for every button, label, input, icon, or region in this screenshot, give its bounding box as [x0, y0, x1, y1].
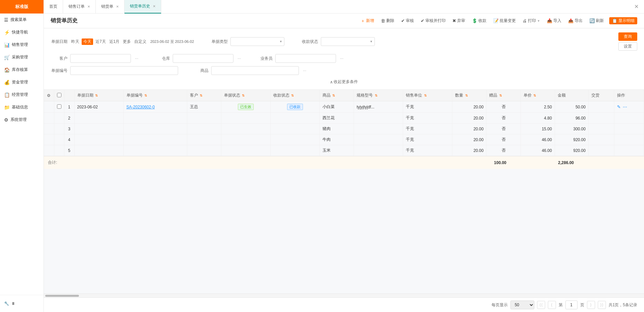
page-number-input[interactable] — [565, 301, 578, 309]
sidebar-item-finance-mgmt[interactable]: 💰 资金管理 — [0, 76, 44, 88]
th-config[interactable]: ⚙ — [44, 90, 54, 101]
th-doc-status[interactable]: 单据状态 ⇅ — [221, 90, 271, 101]
td-customer — [187, 145, 221, 156]
audit-button[interactable]: ✔ 审核 — [400, 17, 415, 24]
refresh-button[interactable]: 🔄 刷新 — [588, 17, 605, 24]
print-button[interactable]: 🖨 打印 ▼ — [521, 17, 541, 24]
add-button[interactable]: ＋ 新增 — [359, 17, 375, 25]
sidebar-item-purchase-mgmt[interactable]: 🛒 采购管理 — [0, 51, 44, 63]
select-all-checkbox[interactable] — [57, 93, 61, 97]
show-detail-button[interactable]: 📋 显示明细 — [609, 17, 637, 24]
th-gift[interactable]: 赠品 ⇅ — [486, 90, 521, 101]
page-last-btn[interactable]: ⟩⟩ — [598, 301, 606, 309]
import-button[interactable]: 📥 导入 — [545, 17, 563, 24]
query-button[interactable]: 查询 — [618, 32, 637, 41]
page-next-btn[interactable]: ⟩ — [587, 301, 595, 309]
date-custom[interactable]: 自定义 — [133, 38, 147, 45]
customer-ellipsis-btn[interactable]: ··· — [134, 56, 140, 61]
date-last7[interactable]: 近7天 — [94, 38, 107, 45]
pagination: 每页显示 50 10 20 100 ⟨⟨ ⟨ 第 页 ⟩ ⟩⟩ 共1页，5条记录 — [44, 297, 644, 312]
export-button[interactable]: 📤 导出 — [567, 17, 584, 24]
sidebar-item-sales-mgmt[interactable]: 📊 销售管理 — [0, 38, 44, 51]
tab-sales-history[interactable]: 销货单历史 ✕ — [124, 0, 161, 14]
sidebar-item-label: 系统管理 — [10, 117, 27, 123]
audit-print-button[interactable]: ✔ 审核并打印 — [419, 17, 447, 24]
data-table: ⚙ 单据日期 ⇅ 单据编号 ⇅ — [44, 90, 644, 156]
customer-input[interactable] — [70, 54, 131, 63]
date-today[interactable]: 今天 — [82, 38, 93, 45]
tab-bar-close-btn[interactable]: ✕ — [629, 3, 644, 10]
set-button[interactable]: 设置 — [618, 42, 637, 51]
sidebar-item-operations-mgmt[interactable]: 📋 经营管理 — [0, 88, 44, 101]
doc-no-link[interactable]: SA-20230602-0 — [127, 105, 155, 109]
audit-icon: ✔ — [401, 18, 405, 23]
tab-close-sales-history[interactable]: ✕ — [153, 4, 156, 8]
edit-action-icon[interactable]: ✎ — [617, 104, 621, 109]
salesperson-input[interactable] — [275, 54, 336, 63]
collect-button[interactable]: 💲 收款 — [471, 17, 488, 24]
td-check — [54, 113, 64, 124]
goods-input[interactable] — [211, 66, 299, 75]
page-prev-btn[interactable]: ⟨ — [548, 301, 556, 309]
table-scroll-area[interactable]: ⚙ 单据日期 ⇅ 单据编号 ⇅ — [44, 90, 644, 293]
sort-icon-unit-price: ⇅ — [533, 94, 536, 97]
tab-sales-goods[interactable]: 销货单 ✕ — [96, 0, 124, 14]
tab-home[interactable]: 首页 — [44, 0, 63, 14]
batch-change-button[interactable]: 📝 批量变更 — [492, 17, 517, 24]
th-check — [54, 90, 64, 101]
date-shortcuts: 昨天 今天 近7天 近1月 更多 自定义 — [70, 38, 147, 45]
basic-info-icon: 📁 — [4, 105, 10, 110]
tab-sales-order[interactable]: 销售订单 ✕ — [63, 0, 96, 14]
row-checkbox[interactable] — [57, 104, 61, 109]
tab-bar: 首页 销售订单 ✕ 销货单 ✕ 销货单历史 ✕ ✕ — [44, 0, 644, 14]
th-goods[interactable]: 商品 ⇅ — [320, 90, 354, 101]
collect-status-select[interactable] — [321, 37, 375, 46]
table-footer: 合计: 100.00 2,286.00 — [44, 156, 644, 169]
sidebar-item-basic-info[interactable]: 📁 基础信息 — [0, 101, 44, 113]
td-action — [614, 134, 644, 145]
goods-ellipsis-btn[interactable]: ··· — [302, 68, 308, 73]
th-collect-status[interactable]: 收款状态 ⇅ — [271, 90, 320, 101]
th-customer[interactable]: 客户 ⇅ — [187, 90, 221, 101]
scrollbar-thumb[interactable] — [45, 295, 79, 297]
warehouse-ellipsis-btn[interactable]: ··· — [236, 56, 242, 61]
sidebar-item-system-mgmt[interactable]: ⚙ 系统管理 — [0, 113, 44, 126]
td-doc-status — [221, 113, 271, 124]
date-more[interactable]: 更多 — [122, 38, 132, 45]
filter-group-collect-status: 收款状态 — [301, 37, 375, 46]
tab-close-sales-goods[interactable]: ✕ — [116, 5, 119, 8]
date-yesterday[interactable]: 昨天 — [70, 38, 80, 45]
filter-row-2: 客户 ··· 仓库 ··· 业务员 ··· — [51, 54, 637, 63]
sidebar-item-search-menu[interactable]: ☰ 搜索菜单 — [0, 14, 44, 26]
date-last-month[interactable]: 近1月 — [108, 38, 121, 45]
sidebar-item-inventory[interactable]: 🏠 库存核算 — [0, 63, 44, 76]
th-sales-unit[interactable]: 销售单位 ⇅ — [403, 90, 452, 101]
page-first-btn[interactable]: ⟨⟨ — [537, 301, 545, 309]
th-qty[interactable]: 数量 ⇅ — [452, 90, 486, 101]
goods-label: 商品 — [192, 68, 208, 74]
doc-number-input[interactable] — [70, 66, 178, 75]
td-amount: 920.00 — [555, 145, 588, 156]
delete-button[interactable]: 🗑 删除 — [380, 17, 396, 24]
tab-close-sales-order[interactable]: ✕ — [87, 5, 90, 8]
salesperson-ellipsis-btn[interactable]: ··· — [339, 56, 345, 61]
operations-mgmt-icon: 📋 — [4, 92, 10, 98]
sidebar-item-quick-nav[interactable]: ⚡ 快捷导航 — [0, 26, 44, 38]
more-action-icon[interactable]: ⋯ — [623, 104, 627, 109]
td-check — [54, 101, 64, 113]
th-spec[interactable]: 规格型号 ⇅ — [354, 90, 403, 101]
td-gift: 否 — [486, 113, 521, 124]
th-doc-date[interactable]: 单据日期 ⇅ — [74, 90, 123, 101]
sort-icon-goods: ⇅ — [332, 94, 335, 97]
sidebar-settings-icon[interactable]: 🔧 ⏸ — [0, 298, 44, 309]
th-doc-no[interactable]: 单据编号 ⇅ — [123, 90, 187, 101]
td-customer — [187, 124, 221, 134]
collapse-button[interactable]: ∧ 收起更多条件 — [51, 78, 637, 85]
abandon-button[interactable]: ✖ 弃审 — [451, 17, 467, 24]
th-unit-price[interactable]: 单价 ⇅ — [521, 90, 555, 101]
warehouse-input[interactable] — [173, 54, 233, 63]
page-size-select[interactable]: 50 10 20 100 — [510, 301, 534, 309]
td-qty: 20.00 — [452, 145, 486, 156]
doc-type-select[interactable] — [230, 37, 284, 46]
horizontal-scrollbar[interactable] — [44, 293, 644, 297]
